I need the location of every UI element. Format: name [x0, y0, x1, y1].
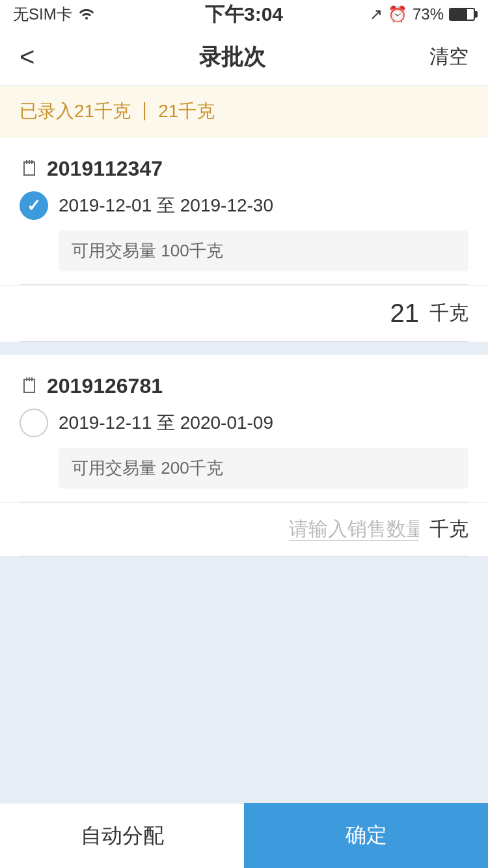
batch2-card: 🗒 2019126781 2019-12-11 至 2020-01-09 可用交…: [0, 355, 488, 556]
batch2-row[interactable]: 2019-12-11 至 2020-01-09: [20, 409, 468, 437]
battery-icon: [449, 8, 475, 21]
batch1-card: 🗒 2019112347 2019-12-01 至 2019-12-30 可用交…: [0, 137, 488, 342]
battery-percent: 73%: [413, 5, 444, 23]
status-left: 无SIM卡: [13, 4, 96, 25]
batch2-unit: 千克: [429, 516, 468, 543]
status-right: ↗ ⏰ 73%: [370, 5, 475, 23]
batch2-qty-input[interactable]: [289, 518, 419, 541]
batch2-id: 2019126781: [47, 374, 163, 398]
batch1-date: 2019-12-01 至 2019-12-30: [59, 193, 273, 218]
batch1-available: 可用交易量 100千克: [59, 230, 468, 271]
info-label: 已录入21千克: [20, 99, 131, 124]
batch1-id: 2019112347: [47, 157, 163, 181]
batch2-date: 2019-12-11 至 2020-01-09: [59, 411, 273, 435]
status-bar: 无SIM卡 下午3:04 ↗ ⏰ 73%: [0, 0, 488, 29]
page-title: 录批次: [199, 42, 265, 72]
batch1-header: 🗒 2019112347: [20, 157, 468, 181]
bottom-bar: 自动分配 确定: [0, 803, 488, 868]
info-banner: 已录入21千克 21千克: [0, 86, 488, 137]
batch2-radio[interactable]: [20, 409, 48, 437]
wifi-icon: [77, 5, 96, 23]
info-value: 21千克: [158, 99, 215, 124]
batch1-row[interactable]: 2019-12-01 至 2019-12-30: [20, 191, 468, 220]
alarm-icon: ⏰: [388, 5, 407, 23]
auto-distribute-button[interactable]: 自动分配: [0, 803, 244, 868]
batch2-icon: 🗒: [20, 374, 40, 398]
location-icon: ↗: [370, 5, 383, 23]
batch2-header: 🗒 2019126781: [20, 374, 468, 398]
nav-bar: < 录批次 清空: [0, 29, 488, 86]
back-button[interactable]: <: [20, 42, 34, 72]
batch1-input-row: 21 千克: [0, 285, 488, 341]
carrier-text: 无SIM卡: [13, 4, 72, 25]
batch2-available: 可用交易量 200千克: [59, 448, 468, 489]
spacer1: [0, 342, 488, 355]
batch1-qty: 21: [390, 299, 420, 328]
batch2-input-row: 千克: [0, 502, 488, 556]
clear-button[interactable]: 清空: [429, 44, 468, 70]
gray-area: [0, 556, 488, 817]
batch1-unit: 千克: [429, 300, 468, 327]
confirm-button[interactable]: 确定: [244, 803, 488, 868]
batch1-icon: 🗒: [20, 157, 40, 181]
batch1-radio[interactable]: [20, 191, 48, 220]
info-divider: [144, 102, 145, 120]
status-time: 下午3:04: [205, 1, 283, 28]
